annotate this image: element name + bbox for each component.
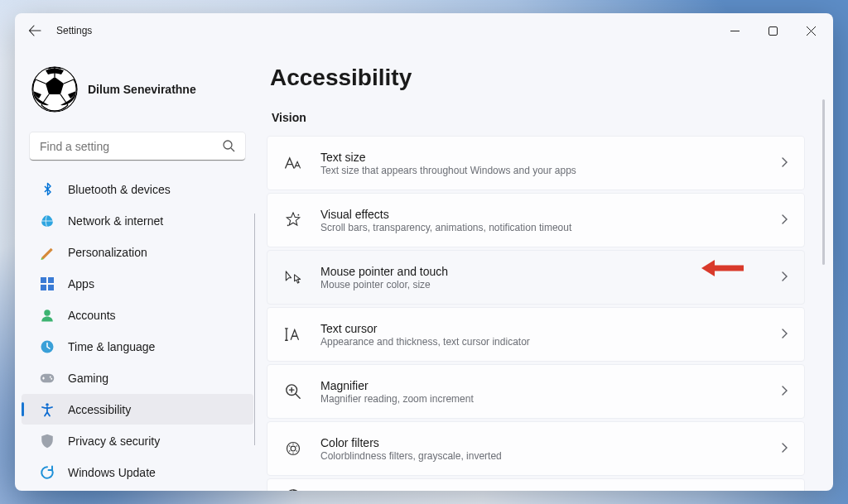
svg-point-14 bbox=[297, 214, 299, 216]
setting-subtitle: Appearance and thickness, text cursor in… bbox=[320, 336, 763, 348]
minimize-button[interactable] bbox=[716, 17, 754, 44]
minimize-icon bbox=[730, 26, 740, 36]
setting-subtitle: Colorblindness filters, grayscale, inver… bbox=[320, 450, 763, 462]
setting-text: Text sizeText size that appears througho… bbox=[320, 150, 763, 177]
svg-point-20 bbox=[296, 445, 298, 447]
svg-point-18 bbox=[291, 446, 296, 451]
svg-point-12 bbox=[51, 377, 52, 379]
sidebar-item-privacy[interactable]: Privacy & security bbox=[22, 425, 253, 456]
page-title: Accessibility bbox=[270, 65, 818, 91]
setting-visual[interactable]: Visual effectsScroll bars, transparency,… bbox=[267, 193, 805, 247]
personal-icon bbox=[40, 245, 55, 260]
setting-title: Text size bbox=[320, 150, 763, 166]
svg-point-15 bbox=[287, 224, 289, 226]
setting-text: Mouse pointer and touchMouse pointer col… bbox=[320, 264, 763, 291]
svg-point-21 bbox=[296, 450, 298, 452]
svg-point-13 bbox=[46, 403, 49, 406]
maximize-icon bbox=[768, 26, 778, 36]
user-name: Dilum Senevirathne bbox=[88, 83, 196, 96]
chevron-right-icon bbox=[781, 271, 788, 284]
filters-icon bbox=[284, 439, 302, 458]
svg-point-19 bbox=[292, 444, 294, 445]
accounts-icon bbox=[40, 308, 55, 323]
search bbox=[30, 132, 245, 161]
profile[interactable]: Dilum Senevirathne bbox=[15, 65, 260, 127]
sidebar-item-label: Apps bbox=[68, 277, 94, 290]
setting-filters[interactable]: Color filtersColorblindness filters, gra… bbox=[267, 421, 805, 476]
sidebar-item-personal[interactable]: Personalization bbox=[22, 237, 253, 267]
maximize-button[interactable] bbox=[754, 17, 792, 44]
svg-rect-6 bbox=[41, 285, 46, 290]
magnifier-icon bbox=[284, 382, 302, 401]
setting-title: Color filters bbox=[320, 435, 763, 451]
visual-icon bbox=[284, 211, 302, 229]
search-input[interactable] bbox=[30, 132, 245, 161]
close-button[interactable] bbox=[792, 17, 830, 44]
chevron-right-icon bbox=[781, 386, 788, 398]
sidebar-item-label: Gaming bbox=[68, 372, 108, 385]
search-icon bbox=[223, 140, 235, 156]
setting-textsize[interactable]: Text sizeText size that appears througho… bbox=[267, 136, 805, 190]
setting-magnifier[interactable]: MagnifierMagnifier reading, zoom increme… bbox=[267, 364, 805, 419]
sidebar-item-update[interactable]: Windows Update bbox=[22, 457, 253, 481]
setting-mouse[interactable]: Mouse pointer and touchMouse pointer col… bbox=[267, 250, 805, 305]
sidebar-item-label: Bluetooth & devices bbox=[68, 183, 171, 196]
titlebar: Settings bbox=[15, 13, 833, 48]
back-button[interactable] bbox=[18, 14, 51, 47]
svg-point-11 bbox=[50, 376, 51, 377]
sidebar-item-label: Personalization bbox=[68, 246, 147, 259]
setting-text: Text cursorAppearance and thickness, tex… bbox=[320, 321, 763, 348]
sidebar-item-accounts[interactable]: Accounts bbox=[22, 300, 253, 330]
access-icon bbox=[40, 402, 55, 417]
svg-point-23 bbox=[289, 450, 291, 452]
gaming-icon bbox=[40, 371, 55, 386]
sidebar-item-time[interactable]: Time & language bbox=[22, 331, 253, 362]
setting-subtitle: Text size that appears throughout Window… bbox=[320, 165, 763, 176]
chevron-right-icon bbox=[781, 157, 788, 170]
sidebar-item-gaming[interactable]: Gaming bbox=[22, 362, 253, 393]
setting-subtitle: Magnifier reading, zoom increment bbox=[320, 393, 763, 405]
network-icon bbox=[40, 214, 55, 228]
setting-title: Visual effects bbox=[320, 207, 763, 223]
close-icon bbox=[807, 26, 816, 36]
setting-contrast[interactable]: Contrast themes bbox=[267, 478, 805, 491]
sidebar-item-access[interactable]: Accessibility bbox=[22, 394, 253, 425]
contrast-icon bbox=[284, 487, 302, 491]
settings-window: Settings bbox=[15, 13, 833, 491]
privacy-icon bbox=[40, 434, 55, 449]
textsize-icon bbox=[284, 154, 302, 172]
avatar bbox=[31, 66, 78, 113]
svg-rect-7 bbox=[48, 285, 54, 290]
svg-point-24 bbox=[292, 453, 294, 454]
sidebar-item-label: Privacy & security bbox=[68, 434, 160, 448]
sidebar-nav: Bluetooth & devicesNetwork & internetPer… bbox=[15, 174, 260, 481]
arrow-left-icon bbox=[28, 24, 41, 37]
update-icon bbox=[40, 465, 55, 480]
setting-subtitle: Scroll bars, transparency, animations, n… bbox=[320, 222, 763, 233]
sidebar-item-bluetooth[interactable]: Bluetooth & devices bbox=[22, 174, 253, 204]
bluetooth-icon bbox=[40, 182, 55, 197]
sidebar-item-network[interactable]: Network & internet bbox=[22, 205, 253, 236]
sidebar-item-label: Windows Update bbox=[68, 466, 156, 479]
soccer-ball-icon bbox=[31, 66, 78, 113]
mouse-icon bbox=[284, 268, 302, 286]
setting-title: Text cursor bbox=[320, 321, 763, 337]
chevron-right-icon bbox=[781, 329, 788, 341]
setting-text: Visual effectsScroll bars, transparency,… bbox=[320, 207, 763, 234]
setting-title: Mouse pointer and touch bbox=[320, 264, 763, 280]
window-title: Settings bbox=[56, 25, 92, 36]
setting-text: MagnifierMagnifier reading, zoom increme… bbox=[320, 378, 763, 406]
svg-rect-0 bbox=[768, 26, 777, 35]
sidebar-item-apps[interactable]: Apps bbox=[22, 268, 253, 299]
apps-icon bbox=[40, 276, 55, 291]
setting-textcur[interactable]: Text cursorAppearance and thickness, tex… bbox=[267, 307, 805, 362]
window-controls bbox=[716, 17, 830, 44]
svg-point-8 bbox=[44, 310, 51, 316]
section-label: Vision bbox=[272, 111, 818, 124]
sidebar: Dilum Senevirathne Bluetooth & devicesNe… bbox=[15, 48, 260, 491]
sidebar-item-label: Accounts bbox=[68, 309, 116, 322]
svg-rect-5 bbox=[48, 277, 54, 283]
chevron-right-icon bbox=[781, 443, 788, 455]
chevron-right-icon bbox=[781, 214, 788, 227]
sidebar-item-label: Time & language bbox=[68, 340, 155, 353]
